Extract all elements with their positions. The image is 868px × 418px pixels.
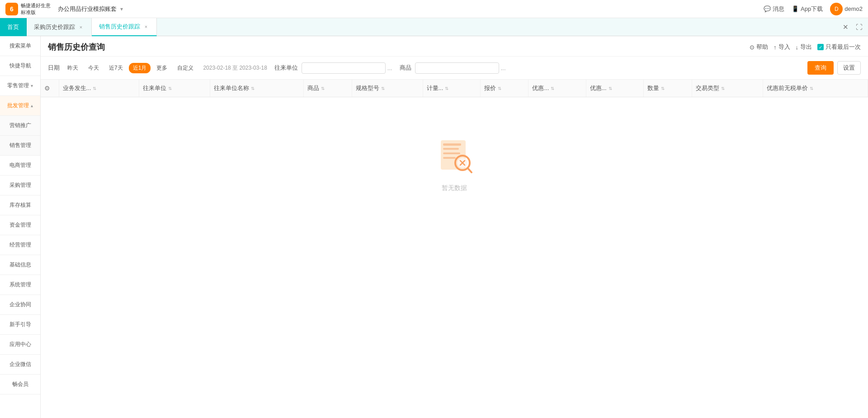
table-col-qty[interactable]: 数量 ⇅: [644, 80, 692, 97]
goods-input[interactable]: [415, 62, 499, 74]
empty-text: 暂无数据: [442, 184, 467, 192]
table-col-goods[interactable]: 商品 ⇅: [304, 80, 352, 97]
export-icon: ↓: [796, 44, 799, 51]
goods-label: 商品: [400, 64, 411, 72]
sort-icon-spec: ⇅: [381, 86, 385, 91]
date-filter-group: 日期 昨天 今天 近7天 近1月 更多 自定义 2023-02-18 至 202…: [48, 63, 267, 73]
table-col-settings[interactable]: ⚙: [41, 80, 59, 97]
table-col-quote[interactable]: 报价 ⇅: [480, 80, 528, 97]
tab-purchase-history-close[interactable]: ×: [78, 24, 84, 30]
sidebar-item-quick-nav[interactable]: 快捷导航: [0, 56, 40, 76]
table-col-counterparty-code[interactable]: 往来单位 ⇅: [139, 80, 210, 97]
import-icon: ↑: [774, 44, 777, 51]
help-button[interactable]: ⊙ 帮助: [750, 43, 768, 51]
svg-rect-4: [443, 157, 456, 159]
sort-icon-biz-date: ⇅: [93, 86, 96, 91]
svg-rect-2: [443, 148, 459, 150]
sidebar-item-enterprise[interactable]: 企业协同: [0, 295, 40, 315]
table-header: ⚙ 业务发生... ⇅ 往来单位: [41, 80, 868, 97]
sidebar-item-wechat[interactable]: 企业微信: [0, 355, 40, 375]
sidebar: 搜索菜单 快捷导航 零售管理 ▾ 批发管理 ▴ 营销推广 销售管理 电商管理 采…: [0, 36, 41, 418]
tab-home[interactable]: 首页: [0, 18, 27, 36]
message-icon: 💬: [764, 5, 771, 12]
close-all-tabs-button[interactable]: ✕: [841, 22, 850, 32]
sidebar-item-wholesale[interactable]: 批发管理 ▴: [0, 96, 40, 116]
sidebar-item-app-center[interactable]: 应用中心: [0, 335, 40, 355]
topbar: 6 畅捷通好生意 标准版 办公用品行业模拟账套 ▾ 💬 消息 📱 App下载 D…: [0, 0, 868, 18]
sort-icon-quote: ⇅: [498, 86, 501, 91]
page-header-actions: ⊙ 帮助 ↑ 导入 ↓ 导出 ✓ 只看最后一次: [750, 43, 861, 51]
sidebar-item-purchase[interactable]: 采购管理: [0, 176, 40, 195]
goods-input-group: ...: [415, 62, 506, 74]
sidebar-item-retail[interactable]: 零售管理 ▾: [0, 76, 40, 96]
logo-area: 6 畅捷通好生意 标准版: [5, 2, 51, 15]
column-settings-icon[interactable]: ⚙: [44, 85, 50, 92]
tab-sales-history[interactable]: 销售历史价跟踪 ×: [92, 18, 157, 36]
counterparty-input[interactable]: [302, 62, 386, 74]
table-col-pretax-price[interactable]: 优惠前无税单价 ⇅: [763, 80, 868, 97]
sort-icon-qty: ⇅: [661, 86, 665, 91]
sidebar-item-members[interactable]: 畅会员: [0, 375, 40, 394]
table-container: ⚙ 业务发生... ⇅ 往来单位: [41, 80, 868, 228]
tab-purchase-history[interactable]: 采购历史价跟踪 ×: [27, 18, 92, 36]
topbar-title: 办公用品行业模拟账套: [58, 5, 117, 13]
counterparty-dots[interactable]: ...: [387, 65, 392, 71]
date-last1m-btn[interactable]: 近1月: [129, 63, 151, 73]
page-header: 销售历史价查询 ⊙ 帮助 ↑ 导入 ↓ 导出 ✓: [41, 36, 868, 57]
app-download-button[interactable]: 📱 App下载: [792, 5, 823, 13]
table-col-trade-type[interactable]: 交易类型 ⇅: [692, 80, 763, 97]
sidebar-item-marketing[interactable]: 营销推广: [0, 116, 40, 136]
help-icon: ⊙: [750, 44, 755, 51]
sidebar-item-basic-info[interactable]: 基础信息: [0, 255, 40, 275]
table-col-counterparty-name[interactable]: 往来单位名称 ⇅: [210, 80, 304, 97]
sort-icon-discount2: ⇅: [609, 86, 612, 91]
counterparty-input-group: ...: [302, 62, 392, 74]
sidebar-item-search-menu[interactable]: 搜索菜单: [0, 36, 40, 56]
svg-rect-3: [443, 152, 460, 154]
sidebar-item-system[interactable]: 系统管理: [0, 275, 40, 295]
content-area: 销售历史价查询 ⊙ 帮助 ↑ 导入 ↓ 导出 ✓: [41, 36, 868, 418]
date-custom-btn[interactable]: 自定义: [173, 63, 198, 73]
message-button[interactable]: 💬 消息: [764, 5, 784, 13]
topbar-dropdown-icon[interactable]: ▾: [120, 6, 123, 12]
sort-icon-pretax-price: ⇅: [810, 86, 813, 91]
sidebar-item-newbie[interactable]: 新手引导: [0, 315, 40, 335]
page-title: 销售历史价查询: [48, 42, 105, 52]
last-only-checkbox[interactable]: ✓: [817, 44, 824, 50]
tab-sales-history-close[interactable]: ×: [143, 24, 149, 30]
sidebar-item-operation[interactable]: 经营管理: [0, 235, 40, 255]
table-col-spec[interactable]: 规格型号 ⇅: [352, 80, 423, 97]
sort-icon-counterparty-code: ⇅: [168, 86, 172, 91]
sort-icon-unit: ⇅: [445, 86, 448, 91]
query-button[interactable]: 查询: [807, 61, 834, 75]
wholesale-arrow-icon: ▴: [31, 103, 33, 108]
table-col-unit[interactable]: 计量... ⇅: [423, 80, 480, 97]
export-button[interactable]: ↓ 导出: [796, 43, 812, 51]
fullscreen-button[interactable]: ⛶: [854, 22, 864, 32]
sort-icon-counterparty-name: ⇅: [251, 86, 255, 91]
date-today-btn[interactable]: 今天: [84, 63, 103, 73]
svg-rect-1: [443, 143, 461, 146]
import-button[interactable]: ↑ 导入: [774, 43, 790, 51]
settings-button[interactable]: 设置: [837, 61, 861, 75]
sidebar-item-inventory[interactable]: 库存核算: [0, 195, 40, 215]
date-more-btn[interactable]: 更多: [152, 63, 171, 73]
user-button[interactable]: D demo2: [830, 3, 863, 15]
sidebar-item-ecommerce[interactable]: 电商管理: [0, 156, 40, 176]
sidebar-item-capital[interactable]: 资金管理: [0, 215, 40, 235]
goods-dots[interactable]: ...: [501, 65, 506, 71]
sort-icon-goods: ⇅: [321, 86, 325, 91]
filter-right-actions: 查询 设置: [807, 61, 861, 75]
last-only-checkbox-label[interactable]: ✓ 只看最后一次: [817, 43, 861, 51]
date-yesterday-btn[interactable]: 昨天: [63, 63, 82, 73]
table-col-discount1[interactable]: 优惠... ⇅: [528, 80, 586, 97]
sidebar-item-sales-mgmt[interactable]: 销售管理: [0, 136, 40, 156]
page-content: 销售历史价查询 ⊙ 帮助 ↑ 导入 ↓ 导出 ✓: [41, 36, 868, 418]
topbar-left: 6 畅捷通好生意 标准版 办公用品行业模拟账套 ▾: [5, 2, 123, 15]
table-col-biz-date[interactable]: 业务发生... ⇅: [59, 80, 139, 97]
main-layout: 搜索菜单 快捷导航 零售管理 ▾ 批发管理 ▴ 营销推广 销售管理 电商管理 采…: [0, 36, 868, 418]
tabbar: 首页 采购历史价跟踪 × 销售历史价跟踪 × ✕ ⛶: [0, 18, 868, 36]
table-col-discount2[interactable]: 优惠... ⇅: [586, 80, 643, 97]
date-last7-btn[interactable]: 近7天: [105, 63, 127, 73]
no-data-svg: [432, 133, 477, 179]
